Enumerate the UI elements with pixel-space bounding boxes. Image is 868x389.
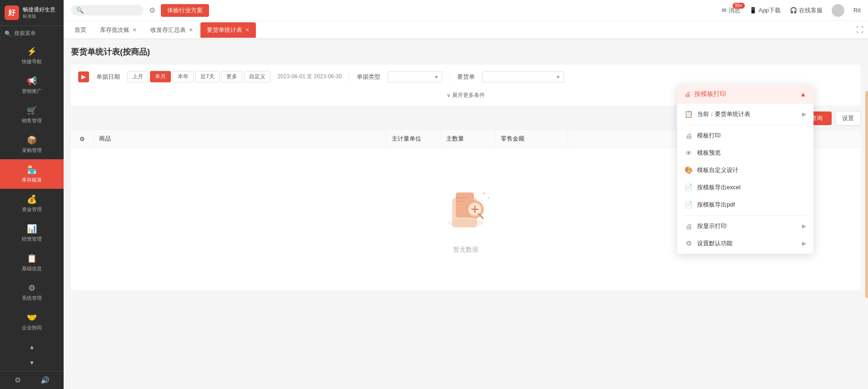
dropdown-export-excel[interactable]: 📄 按模板导出excel xyxy=(677,179,813,196)
sidebar-item-basic[interactable]: 📋 基础信息 xyxy=(0,248,64,278)
dropdown-display-print[interactable]: 🖨 按显示打印 ▶ xyxy=(677,217,813,235)
date-prev-month[interactable]: 上月 xyxy=(127,71,148,82)
th-settings[interactable]: ⚙ xyxy=(71,130,94,147)
quick-nav-icon: ⚡ xyxy=(27,46,37,56)
search-icon: 🔍 xyxy=(5,30,11,37)
topbar-search-input[interactable] xyxy=(86,7,138,14)
tab-inventory-batch-close[interactable]: ✕ xyxy=(132,27,137,33)
topbar-settings-icon[interactable]: ⚙ xyxy=(149,6,155,15)
display-print-label: 按显示打印 xyxy=(697,222,727,230)
sidebar-item-inventory[interactable]: 🏪 库存核算 xyxy=(0,159,64,189)
main-content: 🔍 ⚙ 体验行业方案 ✉ 消息 99+ 📱 App下载 🎧 在线客服 Rit xyxy=(64,0,868,389)
headset-icon: 🎧 xyxy=(790,7,797,14)
inventory-icon: 🏪 xyxy=(27,165,37,175)
sidebar-item-quick-nav[interactable]: ⚡ 快捷导航 xyxy=(0,41,64,71)
tab-collection-summary-label: 收发存汇总表 xyxy=(150,26,186,34)
template-print-icon: 🖨 xyxy=(684,132,693,140)
online-service-action[interactable]: 🎧 在线客服 xyxy=(790,6,823,15)
export-excel-icon: 📄 xyxy=(684,183,693,192)
sound-icon[interactable]: 🔊 xyxy=(40,376,50,384)
date-custom[interactable]: 自定义 xyxy=(244,71,270,82)
svg-point-12 xyxy=(481,200,482,201)
date-current-month[interactable]: 本月 xyxy=(150,71,171,82)
default-func-icon: ⚙ xyxy=(684,239,693,248)
svg-rect-8 xyxy=(456,197,467,198)
finance-icon: 💰 xyxy=(27,194,37,204)
default-func-label: 设置默认功能 xyxy=(697,239,733,248)
template-preview-icon: 👁 xyxy=(684,149,693,157)
username: Rit xyxy=(853,7,861,14)
purchase-label: 采购管理 xyxy=(22,147,42,154)
current-chevron-right: ▶ xyxy=(802,111,806,117)
goods-filter-label: 要货单 xyxy=(457,73,475,81)
dropdown-sub-items: 🖨 按显示打印 ▶ ⚙ 设置默认功能 ▶ xyxy=(677,216,813,254)
tab-order-stats-close[interactable]: ✕ xyxy=(245,27,249,33)
sidebar-item-system[interactable]: ⚙ 系统管理 xyxy=(0,278,64,307)
dropdown-template-print[interactable]: 🖨 模板打印 xyxy=(677,127,813,144)
expand-icon: ∨ xyxy=(447,92,450,98)
trial-button[interactable]: 体验行业方案 xyxy=(161,4,209,17)
filter-divider-2 xyxy=(449,72,450,81)
sidebar-item-finance[interactable]: 💰 资金管理 xyxy=(0,189,64,218)
sidebar-item-purchase[interactable]: 📦 采购管理 xyxy=(0,130,64,159)
filter-toggle-btn[interactable]: ▶ xyxy=(78,71,89,82)
app-download-action[interactable]: 📱 App下载 xyxy=(749,6,781,15)
sidebar-item-operation[interactable]: 📊 经营管理 xyxy=(0,218,64,248)
system-label: 系统管理 xyxy=(22,295,42,302)
display-print-chevron: ▶ xyxy=(802,223,806,229)
dropdown-current-item[interactable]: 📋 当前：要货单统计表 ▶ xyxy=(677,106,813,123)
user-avatar[interactable] xyxy=(832,4,844,17)
basic-icon: 📋 xyxy=(27,253,37,263)
tab-maximize-icon[interactable]: ⛶ xyxy=(856,26,863,34)
sidebar-item-marketing[interactable]: 📢 营销推广 xyxy=(0,71,64,100)
type-select-wrapper xyxy=(388,71,442,82)
system-icon: ⚙ xyxy=(28,283,35,293)
sidebar: 好 畅捷通好生意 标准版 🔍 搜索菜单 ⚡ 快捷导航 📢 营销推广 🛒 销售管理… xyxy=(0,0,64,389)
tab-order-stats[interactable]: 要货单统计表 ✕ xyxy=(200,22,256,38)
type-select[interactable] xyxy=(388,71,442,82)
sidebar-item-guide[interactable]: 🎯 新手引导 xyxy=(0,337,64,339)
dropdown-template-preview[interactable]: 👁 模板预览 xyxy=(677,144,813,162)
sidebar-scroll-up[interactable]: ▲ xyxy=(26,341,37,353)
settings-btn[interactable]: 设置 xyxy=(835,111,861,126)
goods-select-wrapper xyxy=(482,71,564,82)
goods-select[interactable] xyxy=(482,71,564,82)
th-retail-amount: 零售金额 xyxy=(495,130,568,147)
tabs-right: ⛶ xyxy=(856,26,863,34)
basic-label: 基础信息 xyxy=(22,265,42,272)
operation-icon: 📊 xyxy=(27,224,37,234)
page-content: 要货单统计表(按商品) ▶ 单据日期 上月 本月 本年 近7天 更多 自定义 2… xyxy=(64,39,868,389)
settings-icon[interactable]: ⚙ xyxy=(15,376,21,384)
dropdown-header[interactable]: 🖨 按模板打印 ▲ xyxy=(677,85,813,104)
sidebar-search[interactable]: 🔍 搜索菜单 xyxy=(0,26,64,41)
dropdown-export-pdf[interactable]: 📄 按模板导出pdf xyxy=(677,196,813,213)
dropdown-default-func[interactable]: ⚙ 设置默认功能 ▶ xyxy=(677,235,813,252)
tab-inventory-batch-label: 库存批次账 xyxy=(100,26,130,34)
date-current-year[interactable]: 本年 xyxy=(173,71,194,82)
sidebar-scroll-down[interactable]: ▼ xyxy=(26,357,37,369)
th-unit: 主计量单位 xyxy=(386,130,441,147)
date-last-7-days[interactable]: 近7天 xyxy=(195,71,219,82)
app-download-icon: 📱 xyxy=(749,7,757,14)
dropdown-header-label: 按模板打印 xyxy=(694,90,726,98)
svg-point-10 xyxy=(483,192,485,194)
message-action[interactable]: ✉ 消息 99+ xyxy=(722,6,740,15)
sidebar-bottom: ⚙ 🔊 xyxy=(0,371,64,389)
dropdown-template-design[interactable]: 🎨 模板自定义设计 xyxy=(677,162,813,179)
topbar-search-box[interactable]: 🔍 xyxy=(71,5,144,15)
tab-collection-summary[interactable]: 收发存汇总表 ✕ xyxy=(144,22,200,38)
sidebar-item-cooperation[interactable]: 🤝 企业协同 xyxy=(0,307,64,337)
template-preview-label: 模板预览 xyxy=(697,149,806,157)
tab-collection-summary-close[interactable]: ✕ xyxy=(189,27,193,33)
operation-label: 经营管理 xyxy=(22,236,42,242)
tab-home[interactable]: 首页 xyxy=(68,22,93,38)
expand-conditions-btn[interactable]: ∨ 展开更多条件 xyxy=(447,91,485,99)
date-more[interactable]: 更多 xyxy=(221,71,242,82)
topbar: 🔍 ⚙ 体验行业方案 ✉ 消息 99+ 📱 App下载 🎧 在线客服 Rit xyxy=(64,0,868,21)
dropdown-chevron-up: ▲ xyxy=(800,91,806,98)
message-badge: 99+ xyxy=(733,3,745,9)
date-range-display: 2023-06-01 至 2023-06-30 xyxy=(278,73,342,81)
sidebar-item-sales[interactable]: 🛒 销售管理 xyxy=(0,100,64,130)
tab-inventory-batch[interactable]: 库存批次账 ✕ xyxy=(94,22,143,38)
dropdown-current: 📋 当前：要货单统计表 ▶ xyxy=(677,104,813,125)
